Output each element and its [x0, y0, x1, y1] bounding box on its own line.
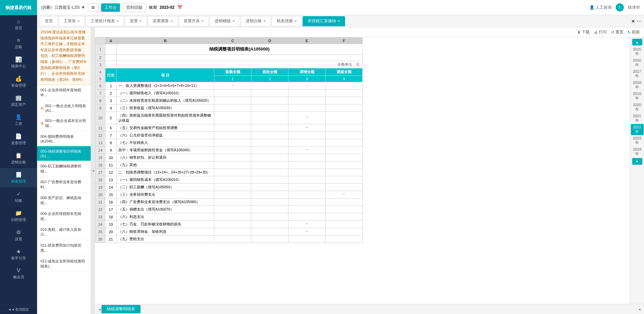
cell-item-12[interactable]: （六）公允价值变动净损益: [117, 132, 214, 139]
doc-item-doc-010[interactable]: 010-免税、减计收入及加计...: [37, 224, 91, 240]
cell-item-6[interactable]: 一、收入类调整项目（2+3+4+5+6+7+8+10+11）: [117, 82, 214, 90]
cell-f-12[interactable]: [326, 132, 363, 139]
cell-e-20[interactable]: [288, 191, 326, 198]
unpin-button[interactable]: ◄◄ 取消固定: [0, 305, 37, 314]
cell-e-18[interactable]: [288, 176, 326, 184]
doc-item-doc-011[interactable]: 011-研发费用加计扣除优惠...: [37, 240, 91, 256]
cell-c-23[interactable]: [214, 213, 251, 221]
print-button[interactable]: 🖨 打印: [594, 29, 607, 35]
sidebar-item-settle[interactable]: ✓结账: [0, 187, 37, 207]
cell-f-11[interactable]: [326, 124, 363, 132]
close-all-icon[interactable]: ✕: [631, 19, 635, 24]
cell-num-9[interactable]: 4: [105, 104, 117, 112]
cell-c-22[interactable]: [214, 206, 251, 213]
tab-settings-icon[interactable]: ⋯: [637, 19, 641, 24]
year-item-2020年[interactable]: 2020年: [631, 102, 644, 113]
year-item-2019年[interactable]: 2019年: [631, 91, 644, 102]
copy-button[interactable]: ⧉: [88, 3, 98, 11]
panel-collapse-handle[interactable]: ◄: [91, 27, 95, 314]
cell-item-11[interactable]: （五）交易性金融资产初始投资调整: [117, 124, 214, 132]
cell-e-9[interactable]: [288, 104, 326, 112]
cell-f-6[interactable]: [326, 82, 363, 90]
cell-c-19[interactable]: [214, 184, 251, 191]
cell-f-26[interactable]: [326, 236, 363, 243]
cell-f-23[interactable]: [326, 213, 363, 221]
cell-d-16[interactable]: [251, 161, 288, 169]
cell-d-10[interactable]: [251, 112, 288, 124]
cell-f-15[interactable]: [326, 154, 363, 161]
year-up-button[interactable]: ▲: [632, 39, 642, 45]
cell-d-12[interactable]: [251, 132, 288, 139]
doc-item-doc-001[interactable]: 001-企业所得税年度纳税申...: [37, 85, 91, 101]
cell-d-8[interactable]: [251, 97, 288, 104]
cell-f-22[interactable]: [326, 206, 363, 213]
calendar-icon[interactable]: 📅: [177, 5, 182, 10]
cell-item-14[interactable]: 其中：专项用途财政性资金（填写A105040）: [117, 147, 214, 154]
doc-item-doc-008[interactable]: 008-资产折旧、摊销及纳税...: [37, 193, 91, 209]
cell-f-8[interactable]: [326, 97, 363, 104]
cell-d-7[interactable]: [251, 90, 288, 97]
cell-d-18[interactable]: [251, 176, 288, 184]
cell-f-10[interactable]: [326, 112, 363, 124]
cell-e-6[interactable]: *: [288, 82, 326, 90]
tab-close-6[interactable]: ✕: [232, 19, 235, 23]
cell-item-24[interactable]: （七）罚金、罚款和被没收财物的损失: [117, 221, 214, 228]
cell-num-18[interactable]: 13: [105, 176, 117, 184]
cell-item-15[interactable]: （八）销售折扣、折让和退回: [117, 154, 214, 161]
sidebar-item-asset-mgmt[interactable]: 💰资金管理: [0, 72, 37, 91]
cell-f-24[interactable]: [326, 221, 363, 228]
cell-e-24[interactable]: *: [288, 221, 326, 228]
cell-d-22[interactable]: [251, 206, 288, 213]
cell-e-22[interactable]: [288, 206, 326, 213]
cell-num-7[interactable]: 2: [105, 90, 117, 97]
cell-c-6[interactable]: *: [214, 82, 251, 90]
tab-5[interactable]: 发票开具✕: [179, 16, 209, 26]
year-item-2016年[interactable]: 2016年: [631, 57, 644, 68]
sidebar-item-ledger[interactable]: ≡总账: [0, 34, 37, 53]
doc-item-doc-012[interactable]: 012-减免企业所得税优惠明细表(...: [37, 256, 91, 272]
cell-item-26[interactable]: （九）赞助支出: [117, 236, 214, 243]
tab-close-4[interactable]: ✕: [170, 19, 173, 23]
cell-c-24[interactable]: [214, 221, 251, 228]
year-item-2022年[interactable]: 2022年: [631, 124, 644, 135]
cell-f-20[interactable]: *: [326, 191, 363, 198]
cell-f-7[interactable]: [326, 90, 363, 97]
cell-e-11[interactable]: *: [288, 124, 326, 132]
doc-item-doc-007[interactable]: 007-广告费和业务宣传费时...: [37, 177, 91, 193]
cell-num-19[interactable]: 14: [105, 184, 117, 191]
year-down-button[interactable]: ▼: [632, 158, 642, 165]
sidebar-item-report[interactable]: 📊报表中心: [0, 53, 37, 72]
tab-close-1[interactable]: ✕: [77, 19, 80, 23]
cell-e-21[interactable]: [288, 198, 326, 206]
cell-c-21[interactable]: [214, 198, 251, 206]
cell-num-15[interactable]: 10: [105, 154, 117, 161]
cell-item-21[interactable]: （四）广告费和业务宣传费支出（填写A105060）: [117, 198, 214, 206]
cell-c-16[interactable]: [214, 161, 251, 169]
cell-c-14[interactable]: [214, 147, 251, 154]
cell-num-8[interactable]: 3: [105, 97, 117, 104]
doc-item-doc-002[interactable]: ⊗002-一般企业收入明细表(A1...: [37, 101, 91, 116]
cell-d-11[interactable]: [251, 124, 288, 132]
cell-f-19[interactable]: [326, 184, 363, 191]
cell-num-17[interactable]: 12: [105, 169, 117, 176]
cell-f-18[interactable]: [326, 176, 363, 184]
tab-7[interactable]: 进销台账✕: [241, 16, 271, 26]
cell-item-16[interactable]: （九）其他: [117, 161, 214, 169]
cell-d-24[interactable]: [251, 221, 288, 228]
workbench-button[interactable]: 工作台: [101, 3, 120, 12]
cell-c-8[interactable]: [214, 97, 251, 104]
cell-d-13[interactable]: [251, 139, 288, 147]
cell-num-22[interactable]: 17: [105, 206, 117, 213]
year-item-2024年[interactable]: 2024年: [631, 146, 644, 157]
cell-c-12[interactable]: [214, 132, 251, 139]
cell-d-25[interactable]: [251, 228, 288, 236]
cell-num-6[interactable]: 1: [105, 82, 117, 90]
cell-e-19[interactable]: [288, 184, 326, 191]
cell-e-17[interactable]: [288, 169, 326, 176]
spreadsheet-container[interactable]: ABCDEF1 纳税调整项目明细表(A105000)23全额单位：元 4 行次 …: [95, 37, 630, 304]
cell-e-15[interactable]: [288, 154, 326, 161]
service-link[interactable]: 👤 人工咨询: [589, 5, 612, 10]
cell-item-25[interactable]: （八）税收滞纳金、加收利息: [117, 228, 214, 236]
doc-item-doc-005[interactable]: 005-纳税调整项目明细表(A1...: [37, 146, 91, 161]
cell-num-11[interactable]: 6: [105, 124, 117, 132]
